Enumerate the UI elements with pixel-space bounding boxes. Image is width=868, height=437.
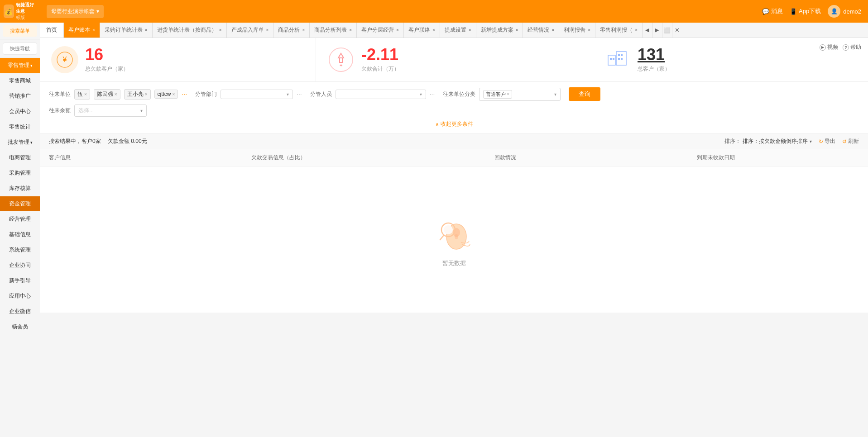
tab-maximize[interactable]: ⬜ [662, 23, 672, 38]
messages-btn[interactable]: 💬 消息 [762, 7, 783, 15]
unit-type-tag-close[interactable]: × [507, 92, 509, 96]
dept-dropdown[interactable]: ▾ [221, 90, 293, 99]
industry-label: 母婴行业演示帐套 [51, 8, 95, 15]
person-more[interactable]: ··· [430, 90, 435, 98]
sidebar-item-enterprise-wechat[interactable]: 企业微信 [0, 304, 40, 319]
sidebar-item-finance[interactable]: 资金管理 [0, 196, 40, 212]
logo: 💰 畅捷通好生意 标版 [0, 0, 40, 23]
tag-close-2[interactable]: × [115, 92, 117, 97]
stat-label-1: 总欠款客户（家） [85, 65, 129, 73]
collapse-btn[interactable]: ∧ 收起更多条件 [435, 120, 473, 128]
close-icon-2[interactable]: × [145, 28, 148, 33]
unit-type-dropdown[interactable]: 普通客户 × ▾ [479, 88, 561, 101]
sidebar-item-system[interactable]: 系统管理 [0, 242, 40, 258]
tab-customer-contact[interactable]: 客户联络 × [404, 23, 440, 38]
close-icon-6[interactable]: × [349, 28, 352, 33]
sidebar-item-retail-shop[interactable]: 零售商城 [0, 73, 40, 89]
dept-more[interactable]: ··· [297, 90, 302, 98]
app-download-btn[interactable]: 📱 App下载 [790, 7, 821, 15]
sidebar-item-retail-stats[interactable]: 零售统计 [0, 119, 40, 135]
tag-close-3[interactable]: × [145, 92, 148, 97]
tab-close-all[interactable]: ✕ [672, 23, 682, 38]
balance-dropdown[interactable]: 选择... ▾ [74, 104, 147, 117]
svg-rect-9 [613, 58, 614, 60]
stat-label-2: 欠款合计（万） [361, 65, 399, 73]
sidebar-item-ecommerce[interactable]: 电商管理 [0, 150, 40, 166]
close-icon-8[interactable]: × [432, 28, 435, 33]
close-icon-1[interactable]: × [92, 28, 95, 33]
svg-point-2 [329, 48, 353, 71]
tab-stock-stats[interactable]: 进货单统计表（按商品） × [153, 23, 227, 38]
tag-unit-3[interactable]: 王小亮 × [124, 89, 151, 100]
tab-customer-layer[interactable]: 客户分层经营 × [357, 23, 404, 38]
tab-product-inbound[interactable]: 产成品入库单 × [227, 23, 274, 38]
chevron-down-dept: ▾ [287, 92, 289, 97]
video-help-btn[interactable]: ▶ 视频 [820, 43, 838, 51]
sidebar-item-cooperation[interactable]: 企业协同 [0, 258, 40, 273]
col-repay-info: 回款情况 [494, 154, 697, 162]
sidebar-item-basic-info[interactable]: 基础信息 [0, 227, 40, 242]
tag-more-dots[interactable]: ··· [182, 90, 187, 98]
app-subtitle: 标版 [16, 14, 36, 21]
svg-text:✦: ✦ [339, 63, 343, 68]
svg-text:¥: ¥ [62, 56, 67, 63]
person-dropdown[interactable]: ▾ [336, 90, 426, 99]
tab-retail-profit[interactable]: 零售利润报（ × [595, 23, 643, 38]
tag-close-1[interactable]: × [84, 92, 87, 97]
sidebar-item-member[interactable]: 畅会员 [0, 319, 40, 335]
industry-selector[interactable]: 母婴行业演示帐套 ▾ [47, 5, 104, 18]
sidebar-item-wholesale[interactable]: 批发管理 ▾ [0, 135, 40, 150]
content-area: ¥ 16 总欠款客户（家） ✦ -2.11 欠款合计（万） [40, 38, 868, 437]
chevron-down-icon: ▾ [30, 63, 33, 68]
sort-dropdown[interactable]: 排序： 排序：按欠款金额倒序排序 ▾ [724, 138, 812, 145]
sidebar-item-newuser[interactable]: 新手引导 [0, 273, 40, 289]
stat-icon-red: ✦ [327, 46, 355, 73]
tab-home[interactable]: 首页 [40, 23, 64, 38]
close-icon-5[interactable]: × [302, 28, 305, 33]
sidebar-item-purchase[interactable]: 采购管理 [0, 166, 40, 181]
close-icon-11[interactable]: × [551, 28, 554, 33]
tab-nav-prev[interactable]: ◀ [643, 23, 652, 38]
sidebar-item-retail-mgmt[interactable]: 零售管理 ▾ [0, 58, 40, 73]
tab-customer-ledger[interactable]: 客户账本 × [64, 23, 100, 38]
tag-unit-4[interactable]: cjttcw × [154, 90, 178, 99]
stat-total-debt-amount: ✦ -2.11 欠款合计（万） [316, 38, 592, 81]
tag-close-4[interactable]: × [173, 92, 175, 97]
tab-nav-next[interactable]: ▶ [652, 23, 662, 38]
tab-business-situation[interactable]: 经营情况 × [523, 23, 559, 38]
unit-type-label: 往来单位分类 [443, 90, 475, 98]
close-icon-9[interactable]: × [469, 28, 471, 33]
tab-profit-report[interactable]: 利润报告 × [559, 23, 595, 38]
close-icon-3[interactable]: × [219, 28, 222, 33]
chevron-down-balance: ▾ [140, 108, 143, 113]
refresh-btn[interactable]: ↺ 刷新 [842, 138, 859, 145]
empty-icon [434, 212, 475, 252]
text-help-btn[interactable]: ? 帮助 [843, 43, 861, 51]
close-icon-12[interactable]: × [588, 28, 590, 33]
tab-product-analysis[interactable]: 商品分析 × [273, 23, 310, 38]
tag-unit-1[interactable]: 伍 × [74, 89, 90, 100]
tag-unit-2[interactable]: 陈民强 × [94, 89, 120, 100]
sidebar-item-operations[interactable]: 经营管理 [0, 212, 40, 227]
sidebar-item-app-center[interactable]: 应用中心 [0, 289, 40, 304]
close-icon-7[interactable]: × [396, 28, 399, 33]
close-icon-10[interactable]: × [516, 28, 518, 33]
sidebar-item-inventory[interactable]: 库存核算 [0, 181, 40, 196]
user-profile[interactable]: 👤 demo2 [828, 5, 861, 18]
export-btn[interactable]: ↻ 导出 [819, 138, 835, 145]
close-icon-4[interactable]: × [266, 28, 269, 33]
tab-product-analysis-list[interactable]: 商品分析列表 × [310, 23, 357, 38]
query-button[interactable]: 查询 [569, 87, 600, 101]
top-header: 母婴行业演示帐套 ▾ 💬 消息 📱 App下载 👤 demo2 [40, 0, 868, 23]
tab-new-commission[interactable]: 新增提成方案 × [476, 23, 523, 38]
sidebar-item-member-center[interactable]: 会员中心 [0, 104, 40, 119]
svg-rect-12 [618, 58, 620, 60]
tab-purchase-order[interactable]: 采购订单统计表 × [100, 23, 153, 38]
quick-nav-btn[interactable]: 快捷导航 [3, 43, 37, 55]
tab-commission-settings[interactable]: 提成设置 × [440, 23, 476, 38]
help-links: ▶ 视频 ? 帮助 [820, 43, 861, 51]
search-menu-btn[interactable]: 搜索菜单 [3, 25, 37, 37]
sidebar-item-marketing[interactable]: 营销推广 [0, 89, 40, 104]
close-icon-13[interactable]: × [635, 28, 638, 33]
unit-type-tag: 普通客户 × [483, 90, 512, 99]
